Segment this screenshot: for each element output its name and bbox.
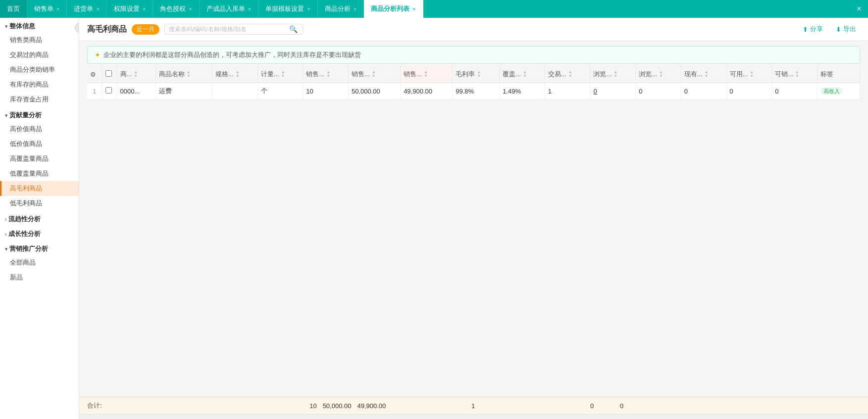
close-nav-goods-analysis-list[interactable]: × <box>412 6 415 12</box>
col-gross-margin[interactable]: 毛利率 ▲▼ <box>453 66 500 83</box>
footer-sale-amt: 50,000.00 <box>320 402 355 410</box>
col-name[interactable]: 商品名称 ▲▼ <box>155 66 212 83</box>
page-title: 高毛利商品 <box>87 24 127 35</box>
close-nav-purchase[interactable]: × <box>96 6 99 12</box>
share-button[interactable]: ⬆ 分享 <box>799 23 827 36</box>
nav-goods-analysis[interactable]: 商品分析 × <box>318 0 364 18</box>
col-sale-qty[interactable]: 销售... ▲▼ <box>303 66 349 83</box>
horizontal-scrollbar[interactable] <box>79 414 868 419</box>
nav-purchase[interactable]: 进货单 × <box>67 0 106 18</box>
sort-sale-qty-icon[interactable]: ▲▼ <box>326 70 330 78</box>
col-sale-amt[interactable]: 销售... ▲▼ <box>348 66 400 83</box>
col-code[interactable]: 商... ▲▼ <box>117 66 155 83</box>
sidebar-item-category-rate[interactable]: 商品分类助销率 <box>0 62 79 77</box>
arrow-trend-icon: › <box>5 217 6 222</box>
col-spec[interactable]: 规格... ▲▼ <box>212 66 257 83</box>
info-icon: ✦ <box>95 51 101 59</box>
sidebar-item-stock-capital[interactable]: 库存资金占用 <box>0 92 79 107</box>
info-banner: ✦ 企业的主要的利润都是这部分商品创造的，可考虑加大推广，同时关注库存是不要出现… <box>87 46 860 64</box>
sidebar-item-high-coverage[interactable]: 高覆盖量商品 <box>0 151 79 166</box>
sidebar-group-marketing[interactable]: ▾ 营销推广分析 <box>0 240 79 255</box>
sidebar-group-contribution[interactable]: ▾ 贡献量分析 <box>0 107 79 122</box>
col-browse2[interactable]: 浏览... ▲▼ <box>636 66 681 83</box>
search-button[interactable]: 🔍 <box>288 25 299 33</box>
sidebar-item-low-coverage[interactable]: 低覆盖量商品 <box>0 166 79 181</box>
sort-trade-icon[interactable]: ▲▼ <box>568 70 572 78</box>
sort-sale-profit-icon[interactable]: ▲▼ <box>424 70 428 78</box>
row-gross-margin: 99.8% <box>453 83 500 99</box>
sidebar-item-high-margin[interactable]: 高毛利商品 <box>0 181 79 196</box>
content-area: 高毛利商品 近一月 🔍 ⬆ 分享 ⬇ 导出 ✦ 企业的主要的利润都是这部分商品创… <box>79 18 868 419</box>
footer-trade-count: 1 <box>448 402 478 410</box>
row-trade-count: 1 <box>545 83 590 99</box>
table-footer: 合计: 10 50,000.00 49,900.00 1 0 0 <box>79 397 868 414</box>
col-unit[interactable]: 计量... ▲▼ <box>257 66 303 83</box>
col-coverage[interactable]: 覆盖... ▲▼ <box>500 66 545 83</box>
col-saleable[interactable]: 可销... ▲▼ <box>772 66 817 83</box>
main-layout: « ▾ 整体信息 销售类商品 交易过的商品 商品分类助销率 有库存的商品 库存资… <box>0 18 868 419</box>
sidebar-item-low-value[interactable]: 低价值商品 <box>0 137 79 151</box>
sidebar-item-stocked-goods[interactable]: 有库存的商品 <box>0 77 79 92</box>
nav-home[interactable]: 首页 <box>0 0 27 18</box>
sidebar-item-all-goods[interactable]: 全部商品 <box>0 255 79 270</box>
nav-template[interactable]: 单据模板设置 × <box>258 0 317 18</box>
col-sale-profit[interactable]: 销售... ▲▼ <box>401 66 453 83</box>
nav-role[interactable]: 角色授权 × <box>153 0 199 18</box>
sidebar-item-traded-goods[interactable]: 交易过的商品 <box>0 47 79 62</box>
sidebar: « ▾ 整体信息 销售类商品 交易过的商品 商品分类助销率 有库存的商品 库存资… <box>0 18 79 419</box>
row-tag: 高收入 <box>817 83 860 99</box>
sidebar-group-trend[interactable]: › 流趋性分析 <box>0 211 79 226</box>
sort-browse2-icon[interactable]: ▲▼ <box>659 70 663 78</box>
sort-spec-icon[interactable]: ▲▼ <box>236 70 240 78</box>
search-container: 🔍 <box>164 24 303 35</box>
row-checkbox[interactable] <box>105 87 112 93</box>
sort-coverage-icon[interactable]: ▲▼ <box>523 70 527 78</box>
close-nav-goods-analysis[interactable]: × <box>354 6 357 12</box>
row-sale-qty: 10 <box>303 83 349 99</box>
close-nav-template[interactable]: × <box>307 6 310 12</box>
sidebar-group-growth[interactable]: › 成长性分析 <box>0 226 79 240</box>
sort-code-icon[interactable]: ▲▼ <box>134 70 138 78</box>
sort-gross-margin-icon[interactable]: ▲▼ <box>477 70 481 78</box>
sort-name-icon[interactable]: ▲▼ <box>187 70 191 78</box>
sidebar-item-sales-goods[interactable]: 销售类商品 <box>0 33 79 47</box>
sidebar-item-new-goods[interactable]: 新品 <box>0 270 79 285</box>
sidebar-item-low-margin[interactable]: 低毛利商品 <box>0 196 79 211</box>
sort-unit-icon[interactable]: ▲▼ <box>281 70 285 78</box>
footer-sale-qty: 10 <box>290 402 320 410</box>
col-browse1[interactable]: 浏览... ▲▼ <box>590 66 636 83</box>
sort-browse1-icon[interactable]: ▲▼ <box>613 70 617 78</box>
col-current-stock[interactable]: 现有... ▲▼ <box>681 66 726 83</box>
sidebar-group-overall[interactable]: ▾ 整体信息 <box>0 18 79 33</box>
row-checkbox-cell[interactable] <box>102 83 117 99</box>
sort-sale-amt-icon[interactable]: ▲▼ <box>372 70 376 78</box>
close-nav-sales[interactable]: × <box>56 6 59 12</box>
sort-saleable-icon[interactable]: ▲▼ <box>795 70 799 78</box>
col-tag[interactable]: 标签 <box>817 66 860 83</box>
row-current-stock: 0 <box>681 83 726 99</box>
row-browse1[interactable]: 0 <box>590 83 636 99</box>
search-input[interactable] <box>169 26 288 33</box>
sort-available-icon[interactable]: ▲▼ <box>750 70 754 78</box>
col-checkbox[interactable] <box>102 66 117 83</box>
close-nav-permissions[interactable]: × <box>143 6 146 12</box>
nav-product-entry[interactable]: 产成品入库单 × <box>200 0 258 18</box>
col-settings[interactable]: ⚙ <box>87 66 102 83</box>
col-available[interactable]: 可用... ▲▼ <box>726 66 772 83</box>
sort-stock-icon[interactable]: ▲▼ <box>705 70 709 78</box>
close-nav-product-entry[interactable]: × <box>248 6 251 12</box>
nav-permissions[interactable]: 权限设置 × <box>107 0 153 18</box>
top-navigation: 首页 销售单 × 进货单 × 权限设置 × 角色授权 × 产成品入库单 × 单据… <box>0 0 868 18</box>
export-button[interactable]: ⬇ 导出 <box>832 23 860 36</box>
nav-sales[interactable]: 销售单 × <box>27 0 67 18</box>
window-close-button[interactable]: × <box>850 0 868 18</box>
col-trade-count[interactable]: 交易... ▲▼ <box>545 66 590 83</box>
arrow-contribution-icon: ▾ <box>5 113 7 118</box>
filter-recent-month-button[interactable]: 近一月 <box>132 24 159 35</box>
nav-goods-analysis-list[interactable]: 商品分析列表 × <box>364 0 423 18</box>
footer-available: 0 <box>567 402 597 410</box>
select-all-checkbox[interactable] <box>105 70 112 77</box>
arrow-growth-icon: › <box>5 232 6 237</box>
close-nav-role[interactable]: × <box>189 6 192 12</box>
sidebar-item-high-value[interactable]: 高价值商品 <box>0 122 79 137</box>
